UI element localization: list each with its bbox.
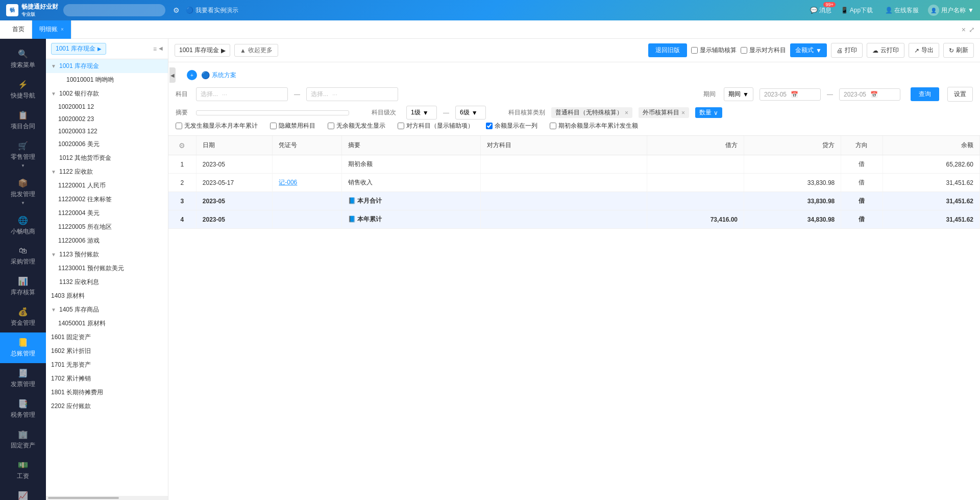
hide-disabled-check[interactable]: 隐藏禁用科目: [270, 122, 315, 130]
nav-inventory[interactable]: 📊 库存核算: [0, 271, 46, 302]
tree-item-10020001[interactable]: 10020001 12: [46, 101, 168, 113]
balance-one-col-check[interactable]: 余额显示在一列: [486, 122, 537, 130]
nav-purchase[interactable]: 🛍 采购管理: [0, 241, 46, 271]
category-tag-2[interactable]: 外币核算科目 ×: [639, 107, 689, 118]
nav-shortcut[interactable]: ⚡ 快捷导航: [0, 75, 46, 105]
tree-item-1403[interactable]: 1403 原材料: [46, 289, 168, 303]
tree-item-1002[interactable]: ▼ 1002 银行存款: [46, 87, 168, 101]
tree-item-1123[interactable]: ▼ 1123 预付账款: [46, 248, 168, 261]
nav-search[interactable]: 🔍 搜索菜单: [0, 44, 46, 75]
tree-scrollbar[interactable]: [46, 496, 168, 500]
nav-ledger[interactable]: 📒 总账管理: [0, 332, 46, 363]
category-tag-1-close[interactable]: ×: [625, 109, 628, 116]
tree-list-icon[interactable]: ≡: [153, 45, 157, 53]
row-voucher[interactable]: 记-006: [273, 174, 342, 192]
nav-wholesale[interactable]: 📦 批发管理 ▼: [0, 173, 46, 210]
filter-collapse-btn[interactable]: ◀: [169, 67, 176, 83]
tree-item-1012[interactable]: 1012 其他货币资金: [46, 151, 168, 165]
tree-collapse-icon[interactable]: ◀: [159, 45, 163, 53]
return-old-btn[interactable]: 退回旧版: [648, 43, 687, 57]
settings-icon[interactable]: ⚙: [170, 5, 182, 16]
level-start-select[interactable]: 1级 ▼: [406, 106, 437, 120]
no-balance-check[interactable]: 无余额无发生显示: [328, 122, 385, 130]
tree-item-1132[interactable]: 1132 应收利息: [46, 275, 168, 289]
tab-home[interactable]: 首页: [5, 20, 32, 39]
tree-item-10020002[interactable]: 10020002 23: [46, 113, 168, 125]
online-service-btn[interactable]: 👤 在线客服: [882, 5, 922, 16]
summary-input[interactable]: [196, 110, 349, 115]
period-type-select[interactable]: 期间 ▼: [724, 87, 753, 101]
no-balance-checkbox[interactable]: [328, 123, 334, 129]
tree-item-1001[interactable]: ▼ 1001 库存现金: [46, 59, 168, 73]
panel-close-btn[interactable]: ×: [962, 26, 966, 34]
tree-item-11220004[interactable]: 11220004 美元: [46, 206, 168, 220]
tree-item-10020003[interactable]: 10020003 122: [46, 125, 168, 137]
opposite-display-check[interactable]: 对方科目（显示辅助项）: [398, 122, 474, 130]
nav-salary[interactable]: 💵 工资: [0, 455, 46, 486]
tree-item-11220005[interactable]: 11220005 所在地区: [46, 220, 168, 234]
show-opposite-checkbox[interactable]: [741, 47, 747, 54]
demo-link[interactable]: 🔵 我要看实例演示: [186, 6, 238, 15]
category-tag-1[interactable]: 普通科目（无特殊核算） ×: [551, 107, 632, 118]
tree-item-10010001[interactable]: 10010001 哟哟哟: [46, 73, 168, 87]
tree-item-11220002[interactable]: 11220002 往来标签: [46, 193, 168, 206]
settings-gear-icon[interactable]: ⚙: [179, 141, 185, 150]
filter-add-icon[interactable]: +: [187, 70, 197, 80]
user-btn[interactable]: 👤 用户名称 ▼: [928, 5, 974, 16]
system-scheme-btn[interactable]: 🔵 系统方案: [201, 69, 236, 82]
tree-item-1701[interactable]: 1701 无形资产: [46, 358, 168, 372]
nav-assets[interactable]: 🏢 固定资产: [0, 424, 46, 455]
nav-operation[interactable]: 📈 经营管理: [0, 486, 46, 500]
category-tag-2-close[interactable]: ×: [681, 109, 685, 116]
account-tag[interactable]: 1001 库存现金 ▶: [51, 43, 106, 55]
tree-item-1122[interactable]: ▼ 1122 应收款: [46, 165, 168, 179]
nav-capital[interactable]: 💰 资金管理: [0, 302, 46, 332]
tree-item-2202[interactable]: 2202 应付账款: [46, 399, 168, 413]
hide-disabled-checkbox[interactable]: [270, 123, 277, 129]
period-start-input[interactable]: 2023-05 📅: [760, 88, 821, 101]
query-btn[interactable]: 查询: [911, 87, 939, 101]
tree-item-1602[interactable]: 1602 累计折旧: [46, 344, 168, 358]
tree-item-11230001[interactable]: 11230001 预付账款美元: [46, 261, 168, 275]
breadcrumb-tag[interactable]: 1001 库存现金 ▶: [175, 44, 230, 57]
beginning-checkbox[interactable]: [550, 123, 556, 129]
refresh-btn[interactable]: ↻ 刷新: [943, 43, 974, 58]
show-auxiliary-checkbox[interactable]: [691, 47, 698, 54]
no-occurrence-checkbox[interactable]: [176, 123, 182, 129]
app-download-btn[interactable]: 📱 App下载: [838, 5, 876, 16]
level-end-select[interactable]: 6级 ▼: [455, 106, 486, 120]
balance-one-col-checkbox[interactable]: [486, 123, 493, 129]
show-auxiliary-check[interactable]: 显示辅助核算: [691, 46, 737, 55]
nav-project[interactable]: 📋 项目合同: [0, 105, 46, 136]
tree-item-14050001[interactable]: 14050001 原材料: [46, 317, 168, 330]
print-btn[interactable]: 🖨 打印: [831, 43, 863, 58]
nav-retail[interactable]: 🛒 零售管理 ▼: [0, 136, 46, 173]
tree-item-1601[interactable]: 1601 固定资产: [46, 330, 168, 344]
col-settings-header[interactable]: ⚙: [168, 136, 196, 155]
category-tag-3[interactable]: 数量 ∨: [695, 107, 722, 118]
tree-item-11220006[interactable]: 11220006 游戏: [46, 234, 168, 248]
nav-ecommerce[interactable]: 🌐 小畅电商: [0, 210, 46, 241]
nav-tax[interactable]: 📑 税务管理: [0, 394, 46, 424]
tree-item-10020006[interactable]: 10020006 美元: [46, 137, 168, 151]
opposite-display-checkbox[interactable]: [398, 123, 404, 129]
show-opposite-check[interactable]: 显示对方科目: [741, 46, 786, 55]
tab-close-icon[interactable]: ×: [61, 27, 64, 32]
amount-style-btn[interactable]: 金额式 ▼: [790, 43, 827, 57]
beginning-check[interactable]: 期初余额显示本年累计发生额: [550, 122, 638, 130]
tab-ledger[interactable]: 明细账 ×: [32, 20, 71, 39]
tree-item-1405[interactable]: ▼ 1405 库存商品: [46, 303, 168, 317]
cloud-print-btn[interactable]: ☁ 云打印: [867, 43, 904, 58]
no-occurrence-check[interactable]: 无发生额显示本月本年累计: [176, 122, 258, 130]
search-input[interactable]: [63, 4, 165, 16]
nav-invoice[interactable]: 🧾 发票管理: [0, 363, 46, 394]
tree-item-11220001[interactable]: 11220001 人民币: [46, 179, 168, 193]
tree-item-1801[interactable]: 1801 长期待摊费用: [46, 386, 168, 399]
setting-btn[interactable]: 设置: [947, 87, 973, 102]
period-end-input[interactable]: 2023-05 📅: [839, 88, 900, 101]
subject-input[interactable]: 选择... ···: [196, 87, 288, 101]
subject-end-input[interactable]: 选择... ···: [306, 87, 398, 101]
tree-item-1702[interactable]: 1702 累计摊销: [46, 372, 168, 386]
expand-btn[interactable]: ▲ 收起更多: [234, 44, 278, 57]
panel-expand-icon[interactable]: ⤢: [969, 26, 975, 34]
